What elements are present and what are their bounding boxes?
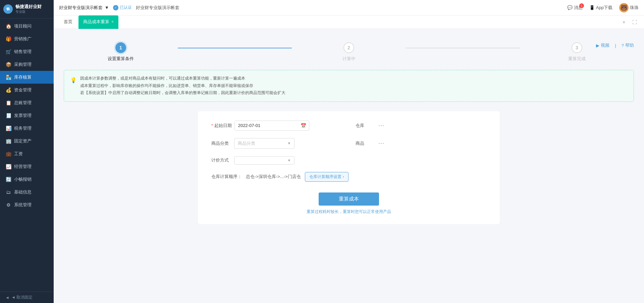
info-line-2: 成本重算过程中，影响库存账的操作均不能操作，比如进货单、销货单、库存单据不能审核… [80,82,285,90]
help-icon: ? [622,43,624,48]
notification-count: 1 [579,3,584,8]
calendar-icon[interactable]: 📅 [298,121,309,130]
warehouse-field: 仓库 ··· [356,122,486,129]
sidebar-unpin-button[interactable]: ◄ ◄ 取消固定 [0,292,54,303]
sidebar-item-project[interactable]: 🏠 项目顾问 [0,20,54,33]
form-row-3: 计价方式 ▼ [211,156,486,165]
help-button[interactable]: ? 帮助 [622,42,634,48]
sidebar-item-expense[interactable]: 🔄 小畅报销 [0,173,54,186]
steps-help: ▶ 视频 | ? 帮助 [596,42,634,48]
category-placeholder: 商品分类 [238,140,255,146]
start-date-label: 起始日期 [211,123,232,129]
sidebar-item-sales[interactable]: 🛒 销售管理 [0,45,54,58]
tab-cost-recalc[interactable]: 商品成本重算 × [78,15,118,29]
assets-icon: 🏢 [5,138,11,144]
info-box: 💡 因成本计算参数调整，或是对商品成本有疑问时，可以通过成本重算功能，重新计算一… [64,70,634,102]
step-3-circle: 3 [572,42,582,53]
sidebar-item-inventory[interactable]: 🏪 库存核算 [0,71,54,84]
sidebar-item-accounting[interactable]: 📋 总账管理 [0,96,54,109]
category-field: 商品分类 商品分类 ▼ [211,138,342,149]
account-full-name: 好业财专业版演示帐套 [136,5,179,11]
start-date-input[interactable] [235,121,298,130]
sidebar-item-system[interactable]: ⚙ 系统管理 [0,199,54,211]
sidebar: 畅 畅捷通好业财 专业版 🏠 项目顾问 🎁 营销推广 🛒 销售管理 📦 采购管理… [0,0,54,303]
info-line-3: 若【系统设置】中启用了自动调整记账日期时，会调整入库单的整单记账日期，因此重新计… [80,89,285,97]
close-window-icon: × [623,19,625,25]
sidebar-item-assets[interactable]: 🏢 固定资产 [0,135,54,147]
sidebar-item-marketing-label: 营销推广 [14,36,32,42]
sidebar-header: 畅 畅捷通好业财 专业版 [0,0,54,18]
app-download-label: App下载 [596,5,612,11]
form-row-2: 商品分类 商品分类 ▼ 商品 ··· [211,138,486,149]
sidebar-item-tax[interactable]: 📊 税务管理 [0,122,54,135]
phone-icon: 📱 [589,5,595,10]
app-logo: 畅 [3,4,13,14]
sales-icon: 🛒 [5,49,11,55]
step-1: 1 设置重算条件 [64,42,178,62]
expand-window-button[interactable]: ⛶ [631,18,639,26]
sidebar-item-expense-label: 小畅报销 [14,176,32,182]
expense-icon: 🔄 [5,176,11,182]
verified-badge: ✓ 已认证 [113,5,132,10]
sidebar-item-marketing[interactable]: 🎁 营销推广 [0,33,54,45]
sidebar-item-project-label: 项目顾问 [14,23,32,29]
step-2-circle: 2 [343,42,354,53]
unpin-label: ◄ 取消固定 [11,295,33,300]
user-name: 珠珠 [630,5,639,11]
sidebar-item-finance-label: 资金管理 [14,87,32,93]
sidebar-item-purchase-label: 采购管理 [14,61,32,68]
content-area: 1 设置重算条件 2 计算中 3 重算完成 ▶ 视频 [54,29,644,303]
user-menu-button[interactable]: 🐻 珠珠 [619,3,639,12]
warehouse-order-settings-button[interactable]: 仓库计算顺序设置 › [305,172,348,182]
sidebar-item-invoice-label: 发票管理 [14,113,32,119]
steps-container: 1 设置重算条件 2 计算中 3 重算完成 ▶ 视频 [64,36,634,62]
sidebar-item-inventory-label: 库存核算 [14,74,32,80]
warehouse-label: 仓库 [356,123,376,129]
step-1-circle: 1 [115,42,126,53]
info-line-1: 因成本计算参数调整，或是对商品成本有疑问时，可以通过成本重算功能，重新计算一遍成… [80,75,285,82]
sidebar-app-title: 畅捷通好业财 [15,4,42,9]
accounting-icon: 📋 [5,100,11,106]
expand-icon: ⛶ [632,19,637,25]
sidebar-item-purchase[interactable]: 📦 采购管理 [0,58,54,71]
marketing-icon: 🎁 [5,36,11,42]
sidebar-item-business[interactable]: 📈 经营管理 [0,160,54,173]
verified-icon: ✓ [113,5,118,10]
sidebar-item-payroll[interactable]: 💼 工资 [0,147,54,160]
step-2: 2 计算中 [292,42,406,62]
account-selector[interactable]: 好业财专业版演示帐套 ▼ [59,5,109,11]
close-window-button[interactable]: × [620,18,628,26]
sidebar-item-accounting-label: 总账管理 [14,100,32,106]
pricing-select[interactable]: ▼ [234,156,294,165]
warehouse-order-value: 总仓->深圳仓库->...->门店仓 [246,174,301,180]
unpin-icon: ◄ [5,295,9,300]
warehouse-select-button[interactable]: ··· [378,122,384,129]
recalc-button[interactable]: 重算成本 [319,192,379,206]
sidebar-item-invoice[interactable]: 🧾 发票管理 [0,109,54,122]
info-content: 因成本计算参数调整，或是对商品成本有疑问时，可以通过成本重算功能，重新计算一遍成… [80,75,285,97]
category-select[interactable]: 商品分类 ▼ [234,138,294,149]
sidebar-nav: 🏠 项目顾问 🎁 营销推广 🛒 销售管理 📦 采购管理 🏪 库存核算 💰 资金管… [0,18,54,292]
step-3-label: 重算完成 [568,56,586,62]
tab-close-icon[interactable]: × [111,19,114,24]
sidebar-item-sales-label: 销售管理 [14,49,32,55]
sidebar-item-business-label: 经营管理 [14,164,32,170]
pricing-label: 计价方式 [211,157,231,163]
invoice-icon: 🧾 [5,113,11,119]
step-line-2 [406,48,520,48]
start-date-input-group: 📅 [234,121,309,131]
product-select-button[interactable]: ··· [378,140,384,147]
message-button[interactable]: 💬 消息 1 [567,5,583,11]
tab-home[interactable]: 首页 [59,15,77,29]
tax-icon: 📊 [5,125,11,131]
tabs-bar: 首页 商品成本重算 × × ⛶ [54,15,644,29]
video-help-button[interactable]: ▶ 视频 [596,42,609,48]
sidebar-item-basic[interactable]: 🗂 基础信息 [0,186,54,199]
purchase-icon: 📦 [5,61,11,68]
chevron-down-icon: ▼ [105,5,109,10]
app-download-button[interactable]: 📱 App下载 [589,5,612,11]
play-icon: ▶ [596,43,599,48]
sidebar-item-finance[interactable]: 💰 资金管理 [0,84,54,96]
warehouse-settings-arrow-icon: › [343,174,344,179]
step-2-label: 计算中 [342,56,356,62]
